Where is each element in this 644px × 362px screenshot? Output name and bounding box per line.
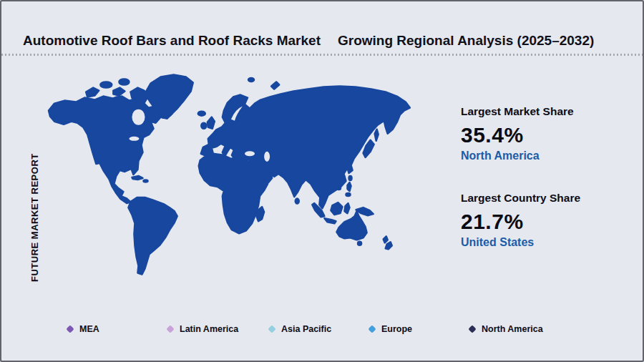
world-map [43,64,445,302]
legend-item-mea: MEA [67,323,99,336]
legend-dot-icon [368,325,376,333]
stat-region: United States [461,235,640,250]
map-south-america [128,197,177,274]
legend-dot-icon [66,325,74,333]
map-north-america [49,97,172,204]
stat-largest-country-share: Largest Country Share 21.7% United State… [461,191,640,250]
world-map-svg [43,64,445,302]
legend-item-latin-america: Latin America [167,323,238,336]
stat-largest-market-share: Largest Market Share 35.4% North America [461,104,640,163]
stat-region: North America [461,149,640,163]
legend-label: MEA [79,324,99,334]
page-title-part-1: Automotive Roof Bars and Roof Racks Mark… [23,33,321,49]
legend-item-asia-pacific: Asia Pacific [269,323,331,336]
infographic-frame: Automotive Roof Bars and Roof Racks Mark… [0,0,644,362]
legend-dot-icon [166,325,174,333]
legend-item-north-america: North America [469,323,543,336]
dotted-divider [1,54,644,56]
legend-dot-icon [468,325,476,333]
stat-label: Largest Market Share [461,104,640,119]
map-australia [336,211,366,240]
stat-value: 35.4% [461,123,640,147]
stat-value: 21.7% [461,210,640,234]
brand-vertical-label: FUTURE MARKET REPORT [29,167,41,282]
legend-dot-icon [268,325,275,333]
page-title-part-2: Growing Regional Analysis (2025–2032) [338,33,594,49]
legend-item-europe: Europe [369,323,412,336]
legend-label: Asia Pacific [281,324,331,334]
legend-label: Europe [381,324,412,334]
map-legend: MEA Latin America Asia Pacific Europe No… [1,323,644,337]
stat-label: Largest Country Share [461,191,640,205]
legend-label: Latin America [180,324,238,334]
world-landmass [49,74,410,274]
legend-label: North America [482,324,543,334]
